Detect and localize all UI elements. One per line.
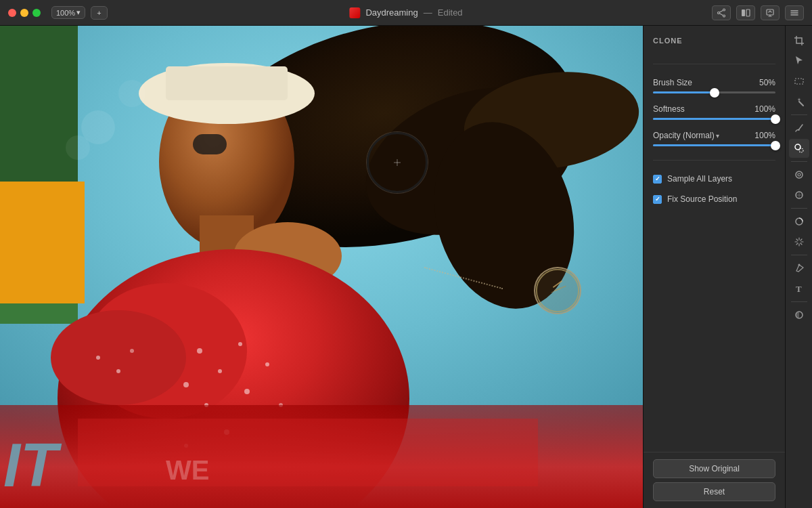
svg-point-31	[265, 362, 269, 366]
photo-canvas: IT WE	[0, 26, 643, 508]
toolbar-sep-3	[791, 208, 807, 209]
svg-point-27	[197, 348, 202, 354]
compare-icon[interactable]	[736, 5, 755, 20]
fix-source-position-label: Fix Source Position	[667, 194, 737, 204]
zoom-chevron-icon: ▾	[76, 8, 81, 17]
svg-text:WE: WE	[166, 455, 209, 485]
svg-point-30	[183, 382, 189, 387]
brush-size-control: Brush Size 50%	[653, 78, 775, 93]
opacity-dropdown[interactable]: Opacity (Normal) ▾	[653, 131, 719, 140]
edit-separator: —	[424, 7, 432, 18]
svg-point-29	[238, 342, 242, 346]
share-icon[interactable]	[712, 5, 731, 20]
svg-point-32	[244, 389, 250, 394]
svg-line-4	[719, 13, 723, 15]
brush-size-label-row: Brush Size 50%	[653, 78, 775, 87]
svg-rect-14	[0, 182, 85, 303]
svg-point-64	[798, 173, 800, 176]
traffic-lights	[8, 9, 41, 17]
paint-brush-icon[interactable]	[789, 119, 809, 137]
softness-fill	[653, 118, 775, 120]
crop-icon[interactable]	[789, 31, 809, 50]
document-title: Daydreaming	[365, 7, 418, 18]
menu-icon[interactable]	[785, 5, 804, 20]
adjust-icon[interactable]	[789, 212, 809, 231]
brush-size-label: Brush Size	[653, 78, 692, 87]
clone-panel: CLONE Brush Size 50% Softness 100%	[643, 26, 785, 508]
fix-source-position-checkbox[interactable]	[653, 195, 662, 204]
svg-point-39	[96, 356, 100, 360]
cursor-tool-icon[interactable]	[789, 51, 809, 70]
softness-thumb[interactable]	[771, 114, 780, 124]
divider-1	[653, 64, 775, 64]
opacity-label: Opacity (Normal)	[653, 131, 715, 140]
svg-point-41	[130, 349, 134, 353]
brush-size-track[interactable]	[653, 91, 775, 93]
svg-rect-23	[193, 134, 227, 154]
fullscreen-button[interactable]	[32, 9, 41, 17]
panel-title: CLONE	[653, 37, 775, 45]
zoom-value: 100%	[56, 9, 75, 17]
svg-point-38	[51, 310, 186, 405]
add-tab-button[interactable]: +	[91, 6, 107, 20]
titlebar-left: 100% ▾ +	[8, 6, 108, 20]
svg-point-48	[118, 80, 145, 107]
opacity-thumb[interactable]	[771, 141, 780, 150]
svg-rect-22	[166, 66, 288, 100]
edited-status: Edited	[438, 7, 463, 18]
svg-rect-6	[746, 9, 750, 16]
right-toolbar: T	[785, 26, 812, 508]
export-icon[interactable]	[761, 5, 780, 20]
reset-button[interactable]: Reset	[653, 482, 775, 501]
clone-tool-icon[interactable]	[789, 139, 809, 158]
panel-bottom-actions: Show Original Reset	[644, 452, 785, 508]
svg-text:IT: IT	[3, 431, 62, 499]
svg-point-2	[718, 12, 720, 14]
svg-rect-58	[795, 79, 803, 84]
opacity-fill	[653, 144, 775, 146]
show-original-button[interactable]: Show Original	[653, 459, 775, 478]
canvas-area[interactable]: IT WE	[0, 26, 643, 508]
svg-point-60	[795, 144, 800, 150]
opacity-value: 100%	[754, 131, 775, 140]
svg-point-67	[798, 264, 800, 266]
svg-rect-53	[796, 38, 802, 43]
app-icon	[349, 7, 360, 18]
fix-source-position-row[interactable]: Fix Source Position	[653, 194, 775, 204]
toolbar-sep-4	[791, 255, 807, 255]
marquee-icon[interactable]	[789, 72, 809, 91]
opacity-track[interactable]	[653, 144, 775, 146]
toolbar-sep-1	[791, 114, 807, 115]
filters-icon[interactable]	[789, 186, 809, 205]
text-tool-icon[interactable]: T	[789, 279, 809, 298]
panel-controls: CLONE Brush Size 50% Softness 100%	[644, 26, 785, 452]
svg-line-3	[719, 10, 723, 12]
brush-size-thumb[interactable]	[710, 88, 719, 98]
brush-size-fill	[653, 91, 715, 93]
pen-tool-icon[interactable]	[789, 259, 809, 278]
sample-all-layers-label: Sample All Layers	[667, 174, 732, 184]
opacity-label-row: Opacity (Normal) ▾ 100%	[653, 131, 775, 140]
opacity-chevron-icon: ▾	[716, 132, 719, 140]
softness-track[interactable]	[653, 118, 775, 120]
toolbar-sep-5	[791, 301, 807, 302]
svg-line-59	[799, 102, 803, 106]
zoom-selector[interactable]: 100% ▾	[51, 6, 85, 19]
titlebar: 100% ▾ + Daydreaming — Edited	[0, 0, 812, 26]
add-tab-icon: +	[97, 9, 101, 17]
minimize-button[interactable]	[20, 9, 28, 17]
sparkle-icon[interactable]	[789, 232, 809, 251]
brush-size-value: 50%	[759, 78, 775, 87]
sample-all-layers-row[interactable]: Sample All Layers	[653, 174, 775, 184]
svg-rect-5	[742, 9, 745, 16]
close-button[interactable]	[8, 9, 16, 17]
svg-point-28	[218, 369, 222, 373]
svg-point-40	[116, 369, 120, 373]
main-area: IT WE	[0, 26, 812, 508]
magic-wand-icon[interactable]	[789, 92, 809, 111]
sample-all-layers-checkbox[interactable]	[653, 175, 662, 184]
color-picker-icon[interactable]	[789, 305, 809, 324]
titlebar-right	[712, 5, 804, 20]
heal-icon[interactable]	[789, 165, 809, 184]
svg-point-47	[66, 135, 90, 160]
